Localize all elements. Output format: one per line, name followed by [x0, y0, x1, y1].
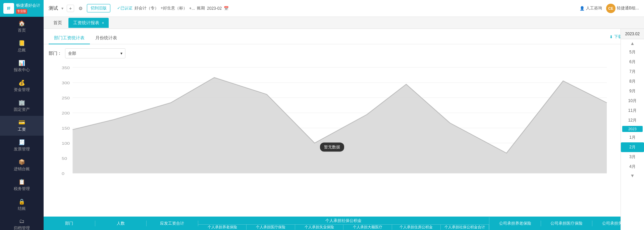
tab-salary-report[interactable]: 工资统计报表 ×: [68, 18, 109, 28]
month-4[interactable]: 4月: [621, 162, 644, 172]
datepicker-header: 2023.02: [621, 29, 644, 39]
col-group-personal: 个人承担社保公积金 个人承担养老保险 个人承担医疗保险 个人承担失业保险 个人承…: [198, 217, 490, 230]
tax-icon: 📋: [18, 179, 25, 185]
filter-label: 部门：: [49, 50, 62, 56]
certified-status: ✓已认证: [117, 5, 132, 11]
sales-icon: 📦: [18, 159, 25, 165]
sidebar-nav: 🏠 首页 📒 总账 📊 报表中心 💰 资金管理 🏢 固定资产 💳 工资 🧾 发票…: [0, 17, 44, 230]
sidebar-label-tax: 税务管理: [14, 186, 30, 192]
chart-area-fill: [73, 78, 607, 173]
sidebar-item-assets[interactable]: 🏢 固定资产: [0, 96, 44, 116]
col-medical-label: 个人承担医疗保险: [256, 225, 285, 230]
sidebar-item-checkout[interactable]: 🔒 结账: [0, 195, 44, 215]
col-headcount: 人数: [95, 221, 147, 226]
subtab-dept[interactable]: 部门工资统计表: [49, 32, 90, 44]
logo-badge: 专业版: [16, 9, 27, 14]
archive-icon: 🗂: [19, 218, 24, 224]
col-company-medical: 公司承担医疗保险: [541, 221, 593, 226]
sidebar-logo: 好 畅捷通好会计 专业版: [0, 0, 44, 17]
tab-close-icon[interactable]: ×: [102, 21, 104, 25]
ledger-icon: 📒: [18, 40, 25, 46]
sidebar-label-reports: 报表中心: [14, 67, 30, 73]
month-11[interactable]: 11月: [621, 106, 644, 116]
col-group-header: 个人承担社保公积金: [198, 217, 489, 225]
boom-status: +好生意（标）: [161, 5, 187, 11]
col-housing-fund: 个人承担住房公积金: [392, 225, 441, 230]
month-8[interactable]: 8月: [621, 77, 644, 86]
col-headcount-label: 人数: [117, 221, 125, 226]
sidebar-label-sales: 进销台账: [14, 166, 30, 172]
sidebar-item-funds[interactable]: 💰 资金管理: [0, 76, 44, 96]
chart-tooltip: 暂无数据: [320, 143, 344, 152]
subtab-monthly[interactable]: 月份统计表: [90, 32, 122, 44]
col-total-social-label: 个人承担社保公积金合计: [444, 225, 485, 230]
svg-text:200: 200: [62, 111, 70, 116]
tab-home[interactable]: 首页: [49, 18, 67, 28]
main-area: 测试 ▾ + ⚙ 切到旧版 ✓已认证 好会计（专） +好生意（标） +... 账…: [44, 0, 644, 230]
reports-icon: 📊: [18, 60, 25, 66]
add-button[interactable]: +: [67, 5, 74, 12]
month-3[interactable]: 3月: [621, 152, 644, 162]
chart-area: 350 300 250 200 150 100 50 0: [44, 62, 621, 217]
salary-icon: 💳: [18, 119, 25, 126]
content-area: 部门工资统计表 月份统计表 ⬇ 下载 ↻ 刷新 部门： 全部 ▾: [44, 29, 644, 230]
ai-label: 人工咨询: [586, 5, 602, 11]
avatar-initials: CE: [608, 6, 613, 10]
month-9[interactable]: 9月: [621, 86, 644, 96]
avatar: CE: [606, 4, 615, 13]
sub-tabs: 部门工资统计表 月份统计表 ⬇ 下载 ↻ 刷新: [44, 29, 644, 44]
calendar-icon[interactable]: 📅: [224, 6, 229, 11]
col-pension: 个人承担养老保险: [198, 225, 247, 230]
user-menu[interactable]: CE 轻捷通B组...: [606, 4, 639, 13]
col-unemployment-label: 个人承担失业保险: [305, 225, 334, 230]
month-10[interactable]: 10月: [621, 96, 644, 106]
more-status: +...: [189, 6, 195, 11]
sidebar-item-sales[interactable]: 📦 进销台账: [0, 155, 44, 175]
sidebar-item-invoice[interactable]: 🧾 发票管理: [0, 136, 44, 155]
salary-chart: 350 300 250 200 150 100 50 0: [49, 62, 615, 183]
switch-button[interactable]: 切到旧版: [87, 4, 110, 12]
sidebar-label-checkout: 结账: [18, 206, 26, 212]
col-total-social: 个人承担社保公积金合计: [441, 225, 489, 230]
month-2-active[interactable]: 2月: [621, 142, 644, 152]
checkout-icon: 🔒: [18, 198, 25, 205]
home-icon: 🏠: [18, 20, 25, 27]
topbar-status: ✓已认证 好会计（专） +好生意（标） +... 账期 2023-02 📅: [117, 5, 229, 11]
sidebar-item-home[interactable]: 🏠 首页: [0, 17, 44, 37]
month-1[interactable]: 1月: [621, 133, 644, 142]
setting-button[interactable]: ⚙: [77, 5, 84, 12]
month-7[interactable]: 7月: [621, 67, 644, 77]
sidebar-item-tax[interactable]: 📋 税务管理: [0, 175, 44, 195]
table-header: 部门 人数 应发工资合计 个人承担社保公积金 个人承担养老保险 个人承担医疗保险: [44, 217, 644, 230]
topbar-actions: + ⚙ 切到旧版: [67, 4, 110, 12]
sidebar-item-reports[interactable]: 📊 报表中心: [0, 56, 44, 76]
download-icon: ⬇: [609, 35, 613, 39]
sidebar-label-salary: 工资: [18, 127, 26, 132]
col-company-pension: 公司承担养老保险: [489, 221, 541, 226]
tab-salary-label: 工资统计报表: [73, 20, 99, 25]
svg-text:300: 300: [62, 81, 70, 85]
year-2023-label: 2023: [622, 126, 643, 132]
sidebar-item-salary[interactable]: 💳 工资: [0, 116, 44, 136]
col-company-medical-label: 公司承担医疗保险: [550, 221, 583, 226]
sidebar-item-ledger[interactable]: 📒 总账: [0, 37, 44, 56]
filter-bar: 部门： 全部 ▾: [44, 44, 644, 62]
svg-text:0: 0: [62, 172, 64, 176]
nav-up-icon[interactable]: ▲: [630, 41, 635, 46]
sidebar-label-funds: 资金管理: [14, 87, 30, 93]
invoice-icon: 🧾: [18, 139, 25, 145]
month-5[interactable]: 5月: [621, 47, 644, 57]
topbar-right: 👤 人工咨询 CE 轻捷通B组...: [580, 4, 639, 13]
col-total-salary: 应发工资合计: [147, 221, 198, 226]
nav-down-icon[interactable]: ▼: [630, 173, 635, 178]
datepicker-nav: ▲: [621, 39, 644, 47]
month-12[interactable]: 12月: [621, 116, 644, 125]
svg-text:100: 100: [62, 141, 70, 146]
dept-select[interactable]: 全部 ▾: [65, 48, 125, 58]
ai-consult-button[interactable]: 👤 人工咨询: [580, 5, 602, 11]
col-group-cells: 个人承担养老保险 个人承担医疗保险 个人承担失业保险 个人承担大额医疗 个人承担…: [198, 225, 489, 230]
sidebar-label-invoice: 发票管理: [14, 146, 30, 152]
sidebar-item-archive[interactable]: 🗂 归档管理: [0, 215, 44, 230]
logo-text: 畅捷通好会计 专业版: [16, 3, 40, 13]
month-6[interactable]: 6月: [621, 57, 644, 67]
